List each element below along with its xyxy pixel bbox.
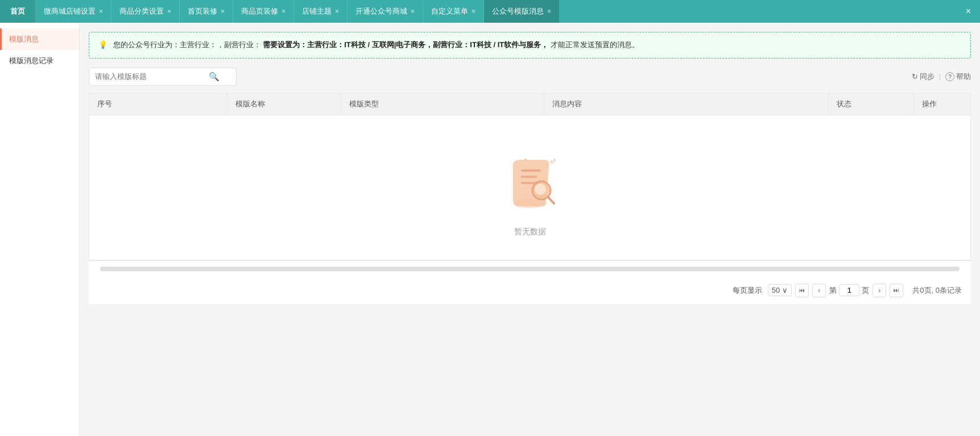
svg-point-8 <box>550 160 553 164</box>
tab-custom-menu-label: 自定义菜单 <box>431 6 468 16</box>
sidebar-item-template-log-label: 模版消息记录 <box>9 56 53 65</box>
tab-open-mall[interactable]: 开通公众号商城 × <box>348 0 423 23</box>
page-next-button[interactable]: › <box>873 284 886 297</box>
page-number-input[interactable] <box>839 284 859 296</box>
notice-banner: 💡 您的公众号行业为：主营行业：，副营行业： 需要设置为：主营行业：IT科技 /… <box>89 32 971 59</box>
empty-state: 暂无数据 <box>89 115 970 260</box>
empty-text: 暂无数据 <box>514 227 546 237</box>
search-icon[interactable]: 🔍 <box>209 72 220 82</box>
sync-button[interactable]: ↻ 同步 <box>912 72 934 82</box>
horizontal-scrollbar[interactable] <box>100 267 960 271</box>
tab-home[interactable]: 首页 <box>0 0 36 23</box>
tab-open-mall-label: 开通公众号商城 <box>355 6 407 16</box>
help-icon: ? <box>945 72 954 81</box>
sidebar: 模版消息 模版消息记录 <box>0 23 80 436</box>
table-header-row: 序号 模版名称 模版类型 消息内容 状态 <box>89 93 971 115</box>
table-container: 序号 模版名称 模版类型 消息内容 状态 <box>89 93 971 260</box>
svg-line-6 <box>548 197 554 204</box>
tab-bar: 首页 微商城店铺设置 × 商品分类设置 × 首页装修 × 商品页装修 × 店铺主… <box>0 0 980 23</box>
tab-store-theme[interactable]: 店铺主题 × <box>294 0 348 23</box>
tab-product-decor-close[interactable]: × <box>282 7 286 15</box>
tab-microshop-label: 微商城店铺设置 <box>44 6 96 16</box>
empty-state-row: 暂无数据 <box>89 115 971 260</box>
svg-point-7 <box>524 159 527 161</box>
tab-homepage-decor-label: 首页装修 <box>188 6 217 16</box>
page-input-wrap: 第 页 <box>829 284 869 296</box>
page-label-prefix: 第 <box>829 285 837 296</box>
help-button[interactable]: ? 帮助 <box>945 72 971 82</box>
tab-microshop[interactable]: 微商城店铺设置 × <box>36 0 111 23</box>
data-table: 序号 模版名称 模版类型 消息内容 状态 <box>89 93 971 260</box>
page-prev-button[interactable]: ‹ <box>812 284 826 297</box>
help-label: 帮助 <box>956 72 971 82</box>
main-layout: 模版消息 模版消息记录 💡 您的公众号行业为：主营行业：，副营行业： 需要设置为… <box>0 23 980 436</box>
page-first-button[interactable]: ⏮ <box>795 284 809 297</box>
total-info: 共0页, 0条记录 <box>912 285 962 296</box>
tab-custom-menu[interactable]: 自定义菜单 × <box>423 0 484 23</box>
table-body: 暂无数据 <box>89 115 971 260</box>
page-size-dropdown-icon: ∨ <box>782 286 788 294</box>
page-last-button[interactable]: ⏭ <box>890 284 903 297</box>
tab-store-theme-label: 店铺主题 <box>302 6 332 16</box>
svg-rect-1 <box>521 169 541 172</box>
search-input-wrap[interactable]: 🔍 <box>89 68 237 86</box>
col-header-index: 序号 <box>89 93 228 115</box>
page-size-value: 50 <box>772 286 780 294</box>
tab-homepage-decor[interactable]: 首页装修 × <box>180 0 233 23</box>
page-label-suffix: 页 <box>862 285 869 296</box>
toolbar-divider: | <box>939 72 941 81</box>
svg-rect-2 <box>521 176 537 178</box>
tab-template-msg-label: 公众号模版消息 <box>492 6 544 16</box>
tab-open-mall-close[interactable]: × <box>411 7 415 15</box>
global-close-button[interactable]: × <box>957 6 980 16</box>
notice-suffix: 才能正常发送预置的消息。 <box>551 40 639 49</box>
content-area: 💡 您的公众号行业为：主营行业：，副营行业： 需要设置为：主营行业：IT科技 /… <box>80 23 980 436</box>
sync-icon: ↻ <box>912 72 918 81</box>
notice-prefix: 您的公众号行业为：主营行业：，副营行业： <box>113 40 261 49</box>
sync-label: 同步 <box>920 72 934 82</box>
pagination: 每页显示 50 ∨ ⏮ ‹ 第 页 › ⏭ 共0页, 0条记录 <box>89 277 971 304</box>
tab-product-decor[interactable]: 商品页装修 × <box>233 0 294 23</box>
scrollbar-area[interactable] <box>89 260 971 277</box>
notice-highlight: 需要设置为：主营行业：IT科技 / 互联网|电子商务，副营行业：IT科技 / I… <box>263 40 548 49</box>
search-bar: 🔍 ↻ 同步 | ? 帮助 <box>89 68 971 86</box>
page-size-select[interactable]: 50 ∨ <box>768 284 792 296</box>
col-header-type: 模版类型 <box>341 93 544 115</box>
col-header-content: 消息内容 <box>544 93 829 115</box>
tab-category-label: 商品分类设置 <box>119 6 164 16</box>
tab-category[interactable]: 商品分类设置 × <box>111 0 180 23</box>
sidebar-item-template-message-label: 模版消息 <box>9 35 39 43</box>
tab-product-decor-label: 商品页装修 <box>241 6 278 16</box>
tab-home-label: 首页 <box>10 6 25 16</box>
tab-template-msg[interactable]: 公众号模版消息 × <box>484 0 560 23</box>
page-size-label: 每页显示 <box>733 285 762 296</box>
sidebar-item-template-log[interactable]: 模版消息记录 <box>0 50 79 72</box>
tab-store-theme-close[interactable]: × <box>335 7 339 15</box>
search-input[interactable] <box>95 72 209 81</box>
col-header-name: 模版名称 <box>227 93 341 115</box>
tab-custom-menu-close[interactable]: × <box>472 7 475 15</box>
col-header-status: 状态 <box>829 93 914 115</box>
empty-illustration <box>496 150 564 218</box>
tab-category-close[interactable]: × <box>167 7 171 15</box>
toolbar-right: ↻ 同步 | ? 帮助 <box>912 72 971 82</box>
sidebar-item-template-message[interactable]: 模版消息 <box>0 28 79 50</box>
tab-homepage-decor-close[interactable]: × <box>221 7 225 15</box>
tab-microshop-close[interactable]: × <box>99 7 103 15</box>
tab-template-msg-close[interactable]: × <box>547 7 551 15</box>
col-header-action: 操作 <box>914 93 971 115</box>
svg-point-5 <box>535 184 546 195</box>
notice-icon: 💡 <box>98 40 107 49</box>
